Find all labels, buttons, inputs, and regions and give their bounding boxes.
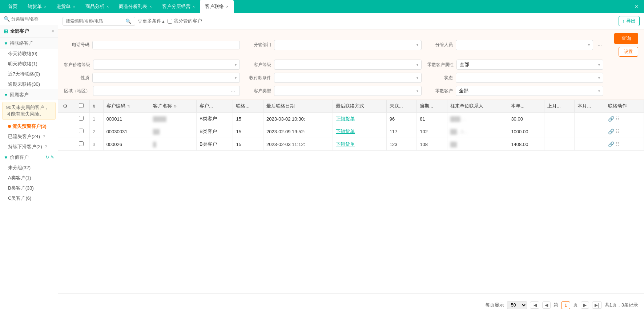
th-code[interactable]: 客户编码 ⇅ (103, 100, 150, 113)
action-link-icon-0[interactable]: 🔗 (608, 116, 614, 122)
sidebar-group-value[interactable]: ▼ 价值客户 ↻ ✎ (0, 152, 58, 163)
sidebar-item-tomorrow[interactable]: 明天待联络(1) (0, 59, 58, 69)
first-page-button[interactable]: |◀ (530, 301, 539, 309)
sidebar-item-class-b[interactable]: B类客户(33) (0, 183, 58, 193)
filter-region-select[interactable]: ··· (93, 86, 240, 96)
cell-settings-2 (58, 138, 73, 151)
action-more-icon-1[interactable]: ⠿ (616, 129, 619, 134)
sidebar-item-overdue[interactable]: 逾期未联络(30) (0, 79, 58, 89)
page-size-select[interactable]: 50 100 200 (507, 301, 527, 309)
close-window-button[interactable]: × (632, 3, 641, 10)
refresh-icon[interactable]: ↻ (45, 155, 49, 160)
cell-last-method-1[interactable]: 下销货单 (333, 125, 386, 138)
chevron-payment-icon: ▾ (416, 76, 418, 80)
filter-search-input[interactable] (66, 19, 124, 24)
person-more-dots[interactable]: ··· (596, 42, 603, 48)
filter-search-icon[interactable]: 🔍 (125, 19, 131, 24)
export-button[interactable]: ↑ 导出 (619, 16, 640, 26)
sidebar-item-already-lost[interactable]: 已流失客户(24) ? (0, 131, 58, 142)
cell-contact-person-2: ██ (447, 138, 508, 151)
filter-phone-input[interactable] (92, 41, 240, 49)
sort-name-icon[interactable]: ⇅ (174, 104, 177, 108)
cell-this-month-0 (575, 113, 605, 125)
cell-overdue-1: 102 (417, 125, 447, 138)
sidebar-group-pending[interactable]: ▼ 待联络客户 (0, 38, 58, 49)
filter-payment-select[interactable]: ▾ (274, 73, 422, 83)
filter-dept-select[interactable]: ▾ (274, 40, 422, 50)
table-scroll-bar[interactable] (58, 293, 644, 298)
filter-my-customers: 我分管的客户 (168, 18, 202, 24)
query-button[interactable]: 查询 (614, 33, 638, 44)
close-tab-analysis[interactable]: × (106, 4, 109, 9)
sidebar-item-loss-warning[interactable]: 流失预警客户(3) (0, 121, 58, 131)
sidebar-item-today[interactable]: 今天待联络(0) (0, 49, 58, 59)
prev-page-button[interactable]: ◀ (542, 301, 551, 309)
last-page-button[interactable]: ▶| (592, 301, 601, 309)
cell-checkbox-0[interactable] (73, 113, 90, 125)
nav-tab-purchase[interactable]: 进货单 × (51, 0, 80, 13)
action-more-icon-2[interactable]: ⠿ (616, 141, 619, 147)
filter-person-select[interactable]: ▾ (456, 40, 593, 50)
edit-icon[interactable]: ✎ (51, 155, 54, 160)
sidebar-item-7days[interactable]: 近7天待联络(0) (0, 69, 58, 79)
sidebar-group-loss[interactable]: ▼ 回顾客户 (0, 89, 58, 100)
filter-level-select[interactable]: ▾ (274, 60, 422, 70)
close-tab-analysis-list[interactable]: × (149, 4, 152, 9)
sidebar-collapse-btn[interactable]: « (52, 29, 54, 34)
sort-code-icon[interactable]: ⇅ (127, 104, 130, 108)
cell-type-0: B类客户 (197, 113, 233, 125)
th-checkbox[interactable] (73, 100, 90, 113)
my-customers-checkbox[interactable] (168, 19, 172, 24)
close-tab-customer-contact[interactable]: × (226, 4, 228, 9)
filter-zero-customer-select[interactable]: 全部 ▾ (456, 86, 603, 96)
filter-zero-attr-select[interactable]: 全部 ▾ (456, 60, 603, 70)
close-tab-customer-layer[interactable]: × (193, 4, 195, 9)
action-more-icon-0[interactable]: ⠿ (616, 116, 619, 122)
filter-field-region: 区域（地区） ··· (64, 86, 240, 96)
th-settings[interactable]: ⚙ (58, 100, 73, 113)
select-all-checkbox[interactable] (79, 103, 84, 108)
sidebar-item-class-a[interactable]: A类客户(1) (0, 173, 58, 183)
cell-overdue-0: 81 (417, 113, 447, 125)
region-more-dots[interactable]: ··· (229, 88, 237, 94)
cell-no-0: 1 (90, 113, 104, 125)
nav-tab-analysis-list[interactable]: 商品分析列表 × (114, 0, 157, 13)
chevron-zero-customer-icon: ▾ (598, 89, 600, 93)
filter-gender-select[interactable]: ▾ (92, 73, 240, 83)
sidebar-item-ungroup[interactable]: 未分组(32) (0, 163, 58, 173)
cell-checkbox-2[interactable] (73, 138, 90, 151)
sidebar-item-class-c[interactable]: C类客户(6) (0, 193, 58, 203)
cell-checkbox-1[interactable] (73, 125, 90, 138)
close-tab-sales[interactable]: × (44, 4, 46, 9)
sidebar-search-input[interactable] (11, 16, 58, 21)
th-last-contact-date: 最后联络日期 (263, 100, 333, 113)
sidebar-item-declining[interactable]: 持续下滑客户(2) ? (0, 142, 58, 152)
filter-price-level-select[interactable]: ▾ (93, 60, 240, 70)
export-icon: ↑ (623, 19, 625, 24)
th-this-year: 本年... (508, 100, 544, 113)
row-checkbox-2[interactable] (79, 141, 84, 146)
table-body: 1 000011 ████ B类客户 15 2023-03-02 10:30: … (58, 113, 644, 151)
action-link-icon-2[interactable]: 🔗 (608, 141, 614, 147)
settings-button[interactable]: 设置 (619, 47, 638, 57)
settings-icon[interactable]: ⚙ (63, 103, 68, 109)
row-checkbox-1[interactable] (79, 129, 84, 133)
cell-last-method-0[interactable]: 下销货单 (333, 113, 386, 125)
nav-tab-home[interactable]: 首页 (3, 0, 23, 13)
cell-last-method-2[interactable]: 下销货单 (333, 138, 386, 151)
filter-more-btn[interactable]: ▽ 更多条件 ▴ (138, 18, 165, 24)
nav-tab-customer-contact[interactable]: 客户联络 × (200, 0, 233, 13)
action-link-icon-1[interactable]: 🔗 (608, 129, 614, 134)
nav-tab-sales[interactable]: 销货单 × (23, 0, 51, 13)
filter-status-select[interactable]: ▾ (456, 73, 603, 83)
filter-customer-type-select[interactable]: ▾ (274, 86, 422, 96)
nav-tab-customer-layer[interactable]: 客户分层经营 × (157, 0, 200, 13)
row-checkbox-0[interactable] (79, 116, 84, 121)
cell-this-year-1: 1000.00 (508, 125, 544, 138)
th-name[interactable]: 客户名称 ⇅ (150, 100, 196, 113)
close-tab-purchase[interactable]: × (73, 4, 75, 9)
next-page-button[interactable]: ▶ (581, 301, 589, 309)
cell-last-month-0 (544, 113, 575, 125)
nav-tab-analysis[interactable]: 商品分析 × (80, 0, 114, 13)
all-customers-header[interactable]: ⊞ 全部客户 « (0, 25, 58, 38)
